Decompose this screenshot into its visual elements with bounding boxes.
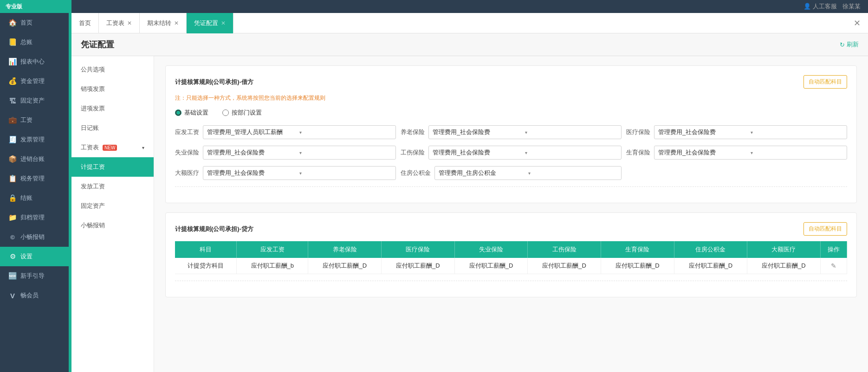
tab-home[interactable]: 首页 <box>71 13 99 33</box>
select-housing-fund[interactable]: 管理费用_住房公积金 ▾ <box>434 166 622 180</box>
radio-dept[interactable]: 按部门设置 <box>222 109 262 117</box>
label-maternity: 生育保险 <box>626 148 650 157</box>
td-maternity-val: 应付职工薪酬_D <box>601 258 674 274</box>
sidebar-item-ledger[interactable]: 📒 总账 <box>0 32 69 52</box>
edit-icon[interactable]: ✎ <box>831 262 836 269</box>
select-large-medical-caret: ▾ <box>299 171 392 176</box>
label-medical: 医疗保险 <box>626 128 650 136</box>
sidebar-item-assets[interactable]: 🏗 固定资产 <box>0 91 69 110</box>
right-content: 计提核算规则(公司承担)-借方 自动匹配科目 注：只能选择一种方式，系统将按照您… <box>154 56 868 372</box>
content-area: 公共选项 销项发票 进项发票 日记账 工资表 NEW ▾ 计提工资 <box>71 56 868 372</box>
select-large-medical[interactable]: 管理费用_社会保险费 ▾ <box>203 166 396 180</box>
tab-bar: 首页 工资表 ✕ 期末结转 ✕ 凭证配置 ✕ ✕ <box>71 13 868 33</box>
sidebar-item-guide[interactable]: 🆕 新手引导 <box>0 266 69 286</box>
debit-section: 计提核算规则(公司承担)-借方 自动匹配科目 注：只能选择一种方式，系统将按照您… <box>165 65 857 203</box>
debit-divider <box>175 186 847 187</box>
ledger-icon: 📒 <box>8 38 17 46</box>
debit-section-header: 计提核算规则(公司承担)-借方 自动匹配科目 <box>175 75 847 89</box>
left-nav: 公共选项 销项发票 进项发票 日记账 工资表 NEW ▾ 计提工资 <box>71 56 154 372</box>
form-row-large-medical: 大额医疗 管理费用_社会保险费 ▾ <box>175 166 396 180</box>
credit-section-header: 计提核算规则(公司承担)-贷方 自动匹配科目 <box>175 222 847 236</box>
debit-auto-match-button[interactable]: 自动匹配科目 <box>803 75 847 89</box>
sidebar-item-invoice[interactable]: 🧾 发票管理 <box>0 130 69 149</box>
sidebar-item-member[interactable]: V 畅会员 <box>0 286 69 305</box>
left-nav-sales-invoice[interactable]: 销项发票 <box>71 79 154 99</box>
refresh-button[interactable]: ↻ 刷新 <box>840 40 859 49</box>
td-medical-val: 应付职工薪酬_D <box>382 258 455 274</box>
left-nav-journal[interactable]: 日记账 <box>71 118 154 138</box>
th-unemployment: 失业保险 <box>454 241 528 258</box>
archive-icon: 📁 <box>8 213 17 222</box>
td-housing-val: 应付职工薪酬_D <box>674 258 747 274</box>
report-icon: 📊 <box>8 58 17 66</box>
tab-period[interactable]: 期末结转 ✕ <box>140 13 187 33</box>
sidebar-item-home[interactable]: 🏠 首页 <box>0 13 69 32</box>
select-salary[interactable]: 管理费用_管理人员职工薪酬 ▾ <box>203 125 396 139</box>
select-salary-caret: ▾ <box>299 130 392 135</box>
select-pension[interactable]: 管理费用_社会保险费 ▾ <box>428 125 622 139</box>
select-medical[interactable]: 管理费用_社会保险费 ▾ <box>654 125 847 139</box>
sidebar-item-stock[interactable]: 📦 进销台账 <box>0 149 69 169</box>
top-bar-support[interactable]: 👤 人工客服 <box>803 2 837 11</box>
window-close-button[interactable]: ✕ <box>846 18 868 28</box>
credit-section: 计提核算规则(公司承担)-贷方 自动匹配科目 科目 应发工资 养老保险 医疗保险… <box>165 212 857 297</box>
td-work-injury-val: 应付职工薪酬_D <box>528 258 601 274</box>
form-row-salary: 应发工资 管理费用_管理人员职工薪酬 ▾ <box>175 125 396 139</box>
left-nav-xiaochang-exp[interactable]: 小畅报销 <box>71 216 154 235</box>
credit-table-header-row: 科目 应发工资 养老保险 医疗保险 失业保险 工伤保险 生育保险 住房公积金 大… <box>175 241 847 258</box>
sidebar-item-report[interactable]: 📊 报表中心 <box>0 52 69 71</box>
page-header: 凭证配置 ↻ 刷新 <box>71 33 868 56</box>
select-medical-caret: ▾ <box>751 130 843 135</box>
credit-divider <box>175 281 847 281</box>
tab-voucher[interactable]: 凭证配置 ✕ <box>187 13 233 33</box>
th-maternity: 生育保险 <box>601 241 674 258</box>
select-work-injury-caret: ▾ <box>525 150 617 155</box>
sidebar-item-archive[interactable]: 📁 归档管理 <box>0 208 69 227</box>
left-nav-payroll-table[interactable]: 工资表 NEW ▾ <box>71 138 154 157</box>
sidebar-item-xiaochang[interactable]: © 小畅报销 <box>0 227 69 247</box>
th-medical: 医疗保险 <box>382 241 455 258</box>
left-nav-public[interactable]: 公共选项 <box>71 60 154 79</box>
label-unemployment: 失业保险 <box>175 148 199 157</box>
th-housing: 住房公积金 <box>674 241 747 258</box>
th-salary: 应发工资 <box>237 241 308 258</box>
tax-icon: 📋 <box>8 174 17 183</box>
sidebar-item-settings[interactable]: ⚙ 设置 <box>0 247 69 266</box>
select-unemployment[interactable]: 管理费用_社会保险费 ▾ <box>203 146 396 160</box>
left-nav-purchase-invoice[interactable]: 进项发票 <box>71 99 154 118</box>
tab-payroll-close[interactable]: ✕ <box>127 20 132 26</box>
td-subject: 计提贷方科目 <box>175 258 237 274</box>
sidebar-item-fund[interactable]: 💰 资金管理 <box>0 71 69 91</box>
th-subject: 科目 <box>175 241 237 258</box>
left-nav-fixed-assets[interactable]: 固定资产 <box>71 196 154 216</box>
main-area: 👤 人工客服 徐某某 首页 工资表 ✕ 期末结转 ✕ 凭证配置 ✕ ✕ 凭证配置… <box>71 0 868 372</box>
select-housing-fund-caret: ▾ <box>528 171 618 176</box>
sidebar-item-tax[interactable]: 📋 税务管理 <box>0 169 69 188</box>
select-maternity-caret: ▾ <box>751 150 843 155</box>
tab-payroll[interactable]: 工资表 ✕ <box>99 13 140 33</box>
sidebar-item-salary[interactable]: 💼 工资 <box>0 110 69 130</box>
select-work-injury[interactable]: 管理费用_社会保险费 ▾ <box>428 146 622 160</box>
radio-basic[interactable]: 基础设置 <box>175 109 208 117</box>
select-maternity[interactable]: 管理费用_社会保险费 ▾ <box>654 146 847 160</box>
page-title: 凭证配置 <box>81 39 114 50</box>
credit-auto-match-button[interactable]: 自动匹配科目 <box>803 222 847 236</box>
sidebar-item-close[interactable]: 🔒 结账 <box>0 188 69 208</box>
form-row-work-injury: 工伤保险 管理费用_社会保险费 ▾ <box>401 146 622 160</box>
tab-voucher-close[interactable]: ✕ <box>221 20 226 26</box>
th-large-medical: 大额医疗 <box>747 241 821 258</box>
td-unemployment-val: 应付职工薪酬_D <box>454 258 528 274</box>
tab-period-close[interactable]: ✕ <box>174 20 179 26</box>
form-row-medical: 医疗保险 管理费用_社会保险费 ▾ <box>626 125 847 139</box>
radio-dept-input[interactable] <box>222 109 229 116</box>
th-work-injury: 工伤保险 <box>528 241 601 258</box>
new-badge: NEW <box>103 145 117 151</box>
td-pension-val: 应付职工薪酬_D <box>308 258 382 274</box>
left-nav-accrual[interactable]: 计提工资 <box>71 157 154 177</box>
form-row-housing-fund: 住房公积金 管理费用_住房公积金 ▾ <box>401 166 622 180</box>
table-row: 计提贷方科目 应付职工薪酬_b 应付职工薪酬_D 应付职工薪酬_D 应付职工薪酬… <box>175 258 847 274</box>
radio-basic-input[interactable] <box>175 109 181 116</box>
th-action: 操作 <box>820 241 847 258</box>
left-nav-distribute[interactable]: 发放工资 <box>71 177 154 196</box>
td-action[interactable]: ✎ <box>820 258 847 274</box>
